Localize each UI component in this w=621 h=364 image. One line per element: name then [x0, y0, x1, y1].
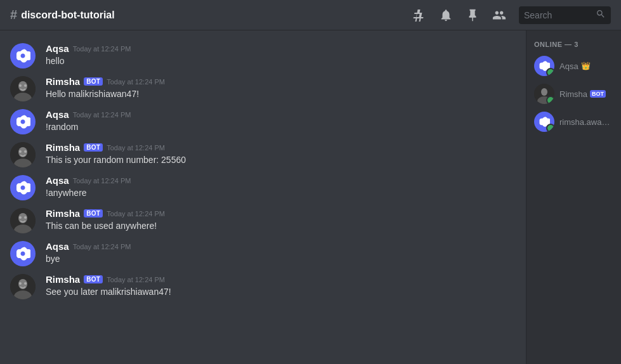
avatar: [10, 142, 36, 167]
member-avatar: [534, 112, 554, 132]
hash-button[interactable]: [411, 8, 426, 23]
message-text: hello: [46, 55, 516, 68]
message-group: RimshaBOTToday at 12:24 PMSee you later …: [0, 271, 526, 302]
member-item[interactable]: rimsha.awan14: [532, 109, 616, 134]
members-list: Aqsa👑 RimshaBOT rimsha.awan14: [532, 53, 616, 134]
message-content: AqsaToday at 12:24 PM!anywhere: [46, 175, 516, 200]
svg-point-21: [541, 88, 547, 96]
message-header: RimshaBOTToday at 12:24 PM: [46, 142, 516, 153]
member-bot-badge: BOT: [590, 90, 606, 98]
svg-point-9: [24, 150, 27, 153]
svg-point-18: [19, 282, 22, 285]
search-icon: [596, 9, 606, 21]
message-content: AqsaToday at 12:24 PM!random: [46, 109, 516, 134]
username: Aqsa: [46, 43, 69, 54]
notification-button[interactable]: [439, 8, 453, 22]
message-group: AqsaToday at 12:24 PMbye: [0, 238, 526, 269]
message-group: AqsaToday at 12:24 PM!anywhere: [0, 172, 526, 203]
message-header: RimshaBOTToday at 12:24 PM: [46, 76, 516, 87]
online-header: ONLINE — 3: [532, 41, 616, 48]
message-header: AqsaToday at 12:24 PM: [46, 109, 516, 120]
crown-icon: 👑: [581, 62, 591, 70]
message-content: RimshaBOTToday at 12:24 PMHello malikris…: [46, 76, 516, 101]
svg-point-14: [24, 216, 27, 219]
member-avatar: [534, 84, 554, 104]
avatar: [10, 274, 36, 299]
timestamp: Today at 12:24 PM: [73, 177, 131, 185]
member-name: Rimsha: [559, 89, 587, 99]
members-sidebar: ONLINE — 3 Aqsa👑 RimshaBOT rimsha.awan14: [526, 30, 621, 364]
timestamp: Today at 12:24 PM: [107, 78, 165, 86]
message-text: Hello malikrishiawan47!: [46, 88, 516, 101]
message-text: !random: [46, 121, 516, 134]
avatar: [10, 175, 36, 200]
member-item[interactable]: Aqsa👑: [532, 53, 616, 79]
username: Rimsha: [46, 208, 80, 219]
message-content: AqsaToday at 12:24 PMhello: [46, 43, 516, 68]
message-content: RimshaBOTToday at 12:24 PMSee you later …: [46, 274, 516, 299]
bot-badge: BOT: [84, 209, 103, 218]
timestamp: Today at 12:24 PM: [107, 276, 165, 283]
bot-badge: BOT: [84, 77, 103, 86]
avatar: [10, 241, 36, 266]
timestamp: Today at 12:24 PM: [107, 210, 165, 218]
channel-name: discord-bot-tutorial: [21, 10, 115, 21]
message-group: AqsaToday at 12:24 PM!random: [0, 107, 526, 137]
svg-point-4: [24, 84, 27, 87]
username: Aqsa: [46, 241, 69, 252]
message-header: AqsaToday at 12:24 PM: [46, 241, 516, 252]
message-group: RimshaBOTToday at 12:24 PMThis is your r…: [0, 140, 526, 170]
header: # discord-bot-tutorial: [0, 0, 621, 30]
messages-list: AqsaToday at 12:24 PMhello RimshaBOTToda…: [0, 30, 526, 364]
svg-point-8: [19, 150, 22, 153]
timestamp: Today at 12:24 PM: [73, 111, 131, 119]
bot-badge: BOT: [84, 143, 103, 152]
message-text: bye: [46, 253, 516, 266]
svg-point-3: [19, 84, 22, 87]
username: Rimsha: [46, 76, 80, 87]
message-group: AqsaToday at 12:24 PMhello: [0, 41, 526, 71]
member-name: rimsha.awan14: [559, 117, 613, 127]
message-header: RimshaBOTToday at 12:24 PM: [46, 208, 516, 219]
member-avatar: [534, 56, 554, 76]
member-name: Aqsa: [559, 62, 579, 71]
message-header: RimshaBOTToday at 12:24 PM: [46, 274, 516, 285]
member-info: RimshaBOT: [559, 89, 613, 99]
svg-point-19: [24, 282, 27, 285]
message-group: RimshaBOTToday at 12:24 PMThis can be us…: [0, 205, 526, 236]
username: Rimsha: [46, 142, 80, 153]
hash-icon: #: [10, 8, 17, 22]
message-text: See you later malikrishiawan47!: [46, 286, 516, 299]
channel-info: # discord-bot-tutorial: [10, 8, 401, 22]
message-content: RimshaBOTToday at 12:24 PMThis can be us…: [46, 208, 516, 233]
main-area: AqsaToday at 12:24 PMhello RimshaBOTToda…: [0, 30, 621, 364]
message-content: AqsaToday at 12:24 PMbye: [46, 241, 516, 266]
timestamp: Today at 12:24 PM: [107, 144, 165, 152]
avatar: [10, 76, 36, 101]
chat-area: AqsaToday at 12:24 PMhello RimshaBOTToda…: [0, 30, 526, 364]
bot-badge: BOT: [84, 275, 103, 283]
username: Rimsha: [46, 274, 80, 285]
avatar: [10, 43, 36, 68]
message-header: AqsaToday at 12:24 PM: [46, 175, 516, 186]
pin-button[interactable]: [466, 8, 480, 22]
message-group: RimshaBOTToday at 12:24 PMHello malikris…: [0, 74, 526, 104]
header-icons: [411, 6, 611, 24]
message-text: !anywhere: [46, 187, 516, 200]
member-item[interactable]: RimshaBOT: [532, 81, 616, 107]
timestamp: Today at 12:24 PM: [73, 243, 131, 250]
member-info: Aqsa👑: [559, 62, 613, 71]
search-box[interactable]: [519, 6, 611, 24]
svg-point-13: [19, 216, 22, 219]
message-header: AqsaToday at 12:24 PM: [46, 43, 516, 54]
avatar: [10, 208, 36, 233]
message-text: This is your random number: 25560: [46, 154, 516, 167]
username: Aqsa: [46, 109, 69, 120]
members-button[interactable]: [492, 8, 506, 22]
member-info: rimsha.awan14: [559, 117, 613, 127]
message-text: This can be used anywhere!: [46, 220, 516, 233]
search-input[interactable]: [524, 10, 593, 20]
username: Aqsa: [46, 175, 69, 186]
message-content: RimshaBOTToday at 12:24 PMThis is your r…: [46, 142, 516, 167]
avatar: [10, 109, 36, 134]
